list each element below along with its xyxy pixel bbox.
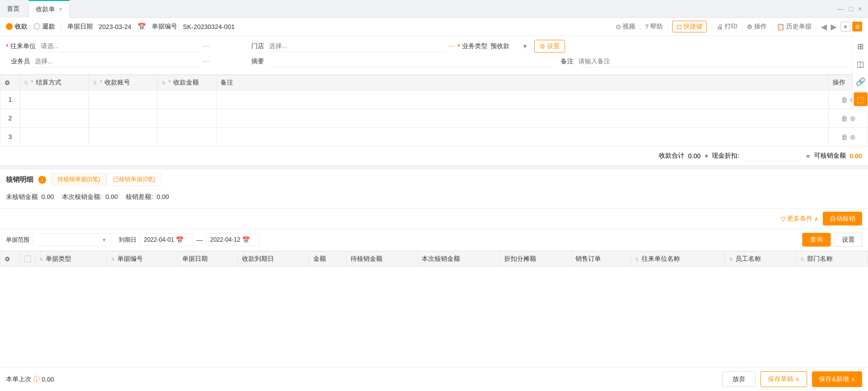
sort-account-icon[interactable]: ⇅ bbox=[93, 80, 97, 85]
auto-hexiao-button[interactable]: 自动核销 bbox=[823, 212, 862, 225]
row-remark-3[interactable] bbox=[217, 128, 829, 146]
hexiao-title: 核销明细 bbox=[6, 175, 33, 184]
diff-value: 0.00 bbox=[157, 193, 169, 200]
bth-amount: 金额 bbox=[309, 251, 346, 267]
staff-more-btn[interactable]: ··· bbox=[200, 57, 212, 66]
nav-next-icon[interactable]: ▶ bbox=[831, 22, 837, 31]
footer-info-icon[interactable]: ⓘ bbox=[33, 375, 40, 384]
sort-counterpart-icon[interactable]: ⇅ bbox=[635, 256, 639, 262]
calendar-from-icon[interactable]: 📅 bbox=[176, 236, 184, 244]
table-row: 3 🗑 ⊕ bbox=[0, 128, 868, 146]
section-divider bbox=[0, 166, 868, 169]
video-link[interactable]: ⊙ 视频 bbox=[616, 22, 635, 31]
layout-list-icon[interactable]: ≡ bbox=[841, 22, 850, 31]
range-select[interactable]: ▼ bbox=[32, 233, 111, 246]
summary-input[interactable] bbox=[267, 56, 553, 67]
tab-close-icon[interactable]: × bbox=[59, 6, 62, 13]
bth-this-amount-label: 本次核销金额 bbox=[422, 255, 460, 262]
sidebar-expand-icon[interactable]: ⬚ bbox=[854, 92, 868, 106]
nav-prev-icon[interactable]: ◀ bbox=[821, 22, 827, 31]
tab-receipt[interactable]: 收款单 × bbox=[28, 0, 70, 18]
tab-home[interactable]: 首页 bbox=[0, 0, 27, 18]
calendar-to-icon[interactable]: 📅 bbox=[242, 236, 250, 244]
more-conditions-label: 更多条件 bbox=[787, 214, 813, 223]
layout-grid-icon[interactable]: ⊞ bbox=[852, 22, 862, 31]
row-account-3[interactable] bbox=[89, 128, 158, 146]
date-to-input[interactable]: 2022-04-12 📅 bbox=[206, 233, 260, 246]
radio-receipt[interactable]: 收款 bbox=[6, 22, 27, 31]
sort-amount-icon[interactable]: ⇅ bbox=[162, 80, 165, 85]
row-account-1[interactable] bbox=[89, 90, 158, 109]
window-min-button[interactable]: — bbox=[835, 3, 846, 15]
sidebar-attach-icon[interactable]: 🔗 bbox=[854, 75, 868, 88]
window-close-button[interactable]: × bbox=[856, 3, 864, 15]
bth-receipt-date: 收款到期日 bbox=[238, 251, 309, 267]
discount-input[interactable] bbox=[743, 150, 802, 161]
row-settle-1[interactable] bbox=[20, 90, 89, 109]
th-account: ⇅ * 收款账号 bbox=[89, 75, 158, 90]
divider1 bbox=[61, 22, 61, 31]
table-settings-button[interactable]: 设置 bbox=[835, 233, 862, 247]
note-input[interactable] bbox=[576, 56, 862, 67]
sort-staff-icon[interactable]: ⇅ bbox=[729, 256, 733, 262]
sort-settle-icon[interactable]: ⇅ bbox=[24, 80, 28, 85]
sort-bill-type-icon[interactable]: ⇅ bbox=[39, 256, 43, 262]
row-settle-3[interactable] bbox=[20, 128, 89, 146]
row-copy-2[interactable]: ⊕ bbox=[850, 114, 856, 122]
tab-done[interactable]: 已核销单据(0笔) bbox=[107, 173, 162, 186]
query-button[interactable]: 查询 bbox=[802, 233, 831, 247]
bth-settings[interactable]: ⚙ bbox=[0, 251, 20, 267]
row-settle-2[interactable] bbox=[20, 109, 89, 128]
bottom-table-area: ⚙ ⇅ 单据类型 ⇅ 单据编号 bbox=[0, 251, 868, 367]
sort-dept-icon[interactable]: ⇅ bbox=[800, 256, 804, 262]
shop-input[interactable] bbox=[267, 40, 445, 52]
date-from-input[interactable]: 2022-04-01 📅 bbox=[139, 233, 193, 246]
th-settings[interactable]: ⚙ bbox=[0, 75, 20, 90]
history-link[interactable]: 📋 历史单据 bbox=[777, 22, 812, 31]
row-amount-2[interactable] bbox=[158, 109, 217, 128]
select-all-checkbox[interactable] bbox=[24, 255, 31, 262]
radio-refund[interactable]: 退款 bbox=[33, 22, 55, 31]
calendar-icon[interactable]: 📅 bbox=[137, 23, 146, 30]
row-amount-3[interactable] bbox=[158, 128, 217, 146]
tab-pending[interactable]: 待核销单据(0笔) bbox=[51, 173, 107, 186]
row-remark-1[interactable] bbox=[217, 90, 829, 109]
bill-no-field: 单据编号 SK-20230324-001 bbox=[152, 22, 235, 31]
row-copy-3[interactable]: ⊕ bbox=[850, 133, 856, 141]
query-buttons: 查询 设置 bbox=[802, 233, 862, 247]
shortcut-link[interactable]: ⊡ 快捷键 bbox=[672, 21, 707, 32]
help-link[interactable]: ? 帮助 bbox=[645, 22, 663, 31]
save-draft-button[interactable]: 保存草稿 ∧ bbox=[760, 371, 807, 387]
shortcut-label: 快捷键 bbox=[683, 22, 703, 31]
row-delete-1[interactable]: 🗑 bbox=[841, 96, 848, 104]
hexiao-info-icon[interactable]: i bbox=[38, 176, 46, 184]
save-new-button[interactable]: 保存&新增 ∧ bbox=[812, 371, 862, 387]
row-delete-2[interactable]: 🗑 bbox=[841, 114, 848, 122]
biz-type-arrow[interactable]: ▼ bbox=[522, 43, 528, 50]
sidebar-list-icon[interactable]: ◫ bbox=[854, 57, 868, 71]
bth-bill-date-label: 单据日期 bbox=[182, 255, 208, 262]
more-conditions-link[interactable]: ▽ 更多条件 ∧ bbox=[781, 214, 819, 223]
help-icon: ? bbox=[645, 23, 649, 30]
bth-staff-label: 员工名称 bbox=[735, 255, 761, 262]
print-link[interactable]: 🖨 打印 bbox=[717, 22, 737, 31]
row-remark-2[interactable] bbox=[217, 109, 829, 128]
staff-input[interactable] bbox=[33, 56, 200, 67]
row-amount-1[interactable] bbox=[158, 90, 217, 109]
window-max-button[interactable]: □ bbox=[847, 3, 855, 15]
settings-button[interactable]: ⚙ 设置 bbox=[534, 40, 565, 53]
counterpart-more-btn[interactable]: ··· bbox=[200, 42, 212, 51]
operation-link[interactable]: ⚙ 操作 bbox=[747, 22, 767, 31]
sidebar-table-icon[interactable]: ⊞ bbox=[854, 39, 868, 53]
range-field: 单据范围 ▼ bbox=[6, 233, 111, 246]
bth-this-amount: 本次核销金额 bbox=[417, 251, 500, 267]
bottom-settings-icon: ⚙ bbox=[4, 255, 10, 263]
shop-more-btn[interactable]: ··· bbox=[445, 42, 458, 51]
row-delete-3[interactable]: 🗑 bbox=[841, 133, 848, 141]
biz-type-value: 预收款 bbox=[490, 42, 520, 51]
sort-bill-no-icon[interactable]: ⇅ bbox=[111, 256, 115, 262]
main-table: ⚙ ⇅ * 结算方式 ⇅ * 收款账号 ⇅ * 收款 bbox=[0, 75, 868, 146]
row-account-2[interactable] bbox=[89, 109, 158, 128]
abandon-button[interactable]: 放弃 bbox=[722, 371, 756, 387]
counterpart-input[interactable] bbox=[39, 40, 200, 52]
